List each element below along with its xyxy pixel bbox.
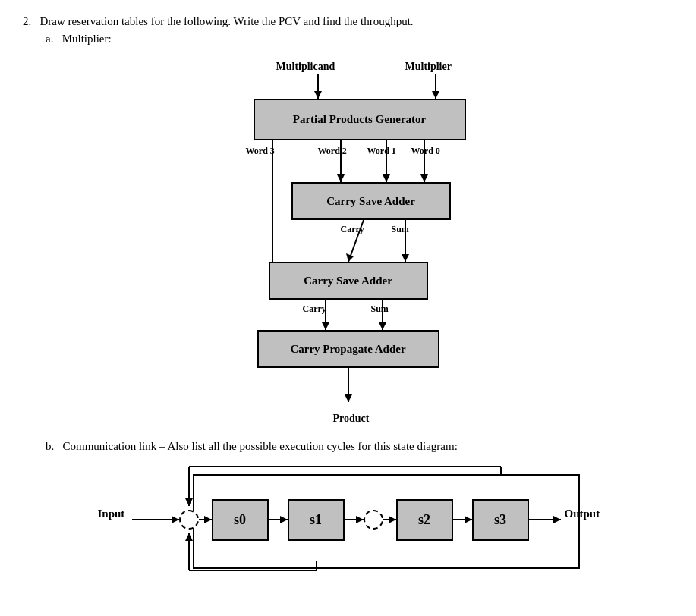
csa2-box: Carry Save Adder bbox=[269, 262, 428, 300]
junction-circle-1 bbox=[179, 510, 199, 530]
svg-marker-7 bbox=[337, 174, 345, 182]
cpa-box: Carry Propagate Adder bbox=[257, 330, 439, 368]
sub-b-label: b. Communication link – Also list all th… bbox=[46, 440, 673, 453]
sum2-label: Sum bbox=[371, 303, 389, 315]
carry2-label: Carry bbox=[303, 303, 326, 315]
question-number-text: 2. Draw reservation tables for the follo… bbox=[23, 15, 673, 28]
svg-marker-43 bbox=[185, 498, 193, 506]
input-label: Input bbox=[98, 508, 125, 520]
state-s2: s2 bbox=[396, 499, 453, 541]
sub-a-label: a. Multiplier: bbox=[46, 33, 673, 46]
carry1-label: Carry bbox=[341, 224, 364, 235]
question-2: 2. Draw reservation tables for the follo… bbox=[23, 15, 673, 582]
svg-marker-1 bbox=[314, 91, 322, 99]
svg-marker-21 bbox=[345, 394, 352, 402]
state-s3: s3 bbox=[472, 499, 529, 541]
state-s0: s0 bbox=[212, 499, 269, 541]
svg-marker-39 bbox=[185, 533, 193, 541]
state-s1: s1 bbox=[288, 499, 345, 541]
word2-label: Word 2 bbox=[318, 146, 347, 157]
svg-marker-19 bbox=[379, 322, 386, 330]
svg-marker-3 bbox=[432, 91, 439, 99]
diagram-a-inner: Multiplicand Multiplier Partial Products… bbox=[200, 53, 519, 425]
diagram-b-inner: Input Output s0 s1 s2 bbox=[94, 460, 625, 582]
word3-label: Word 3 bbox=[246, 146, 275, 157]
product-label: Product bbox=[333, 413, 370, 425]
word0-label: Word 0 bbox=[411, 146, 440, 157]
sub-part-a: a. Multiplier: bbox=[46, 33, 673, 425]
sum1-label: Sum bbox=[392, 224, 409, 235]
svg-marker-23 bbox=[172, 516, 179, 523]
junction-circle-2 bbox=[364, 510, 383, 530]
word1-label: Word 1 bbox=[367, 146, 396, 157]
diagram-b-container: Input Output s0 s1 s2 bbox=[46, 460, 673, 582]
svg-marker-17 bbox=[322, 322, 329, 330]
output-label: Output bbox=[565, 508, 600, 520]
sub-part-b: b. Communication link – Also list all th… bbox=[46, 440, 673, 582]
q-text: Draw reservation tables for the followin… bbox=[40, 15, 414, 27]
multiplier-label: Multiplier bbox=[405, 61, 452, 73]
svg-marker-13 bbox=[346, 253, 354, 262]
ppg-box: Partial Products Generator bbox=[254, 99, 466, 140]
svg-marker-11 bbox=[420, 174, 428, 182]
q-number: 2. bbox=[23, 15, 31, 27]
svg-marker-9 bbox=[383, 174, 390, 182]
svg-marker-15 bbox=[402, 254, 409, 262]
diagram-a-container: Multiplicand Multiplier Partial Products… bbox=[46, 53, 673, 425]
csa1-box: Carry Save Adder bbox=[291, 182, 451, 220]
multiplicand-label: Multiplicand bbox=[276, 61, 335, 73]
